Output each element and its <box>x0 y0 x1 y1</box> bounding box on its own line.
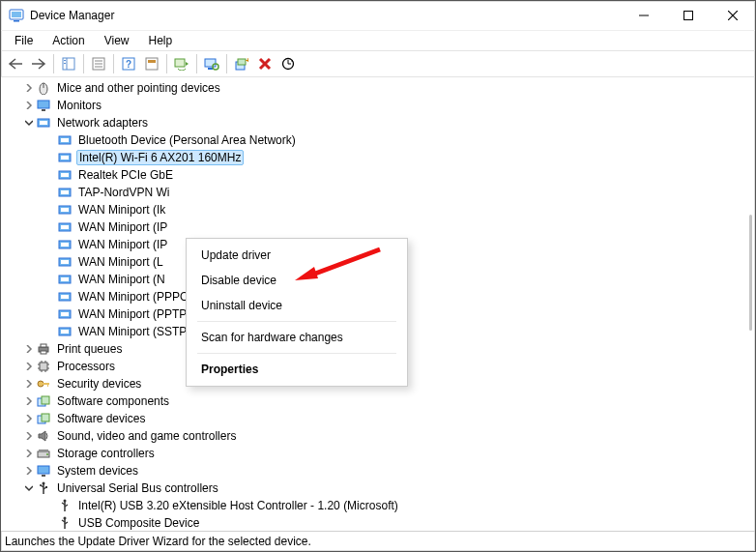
toolbar-btn-2[interactable] <box>140 52 163 75</box>
usb-icon <box>57 515 73 531</box>
menu-action[interactable]: Action <box>43 32 94 49</box>
tree-item-usb-composite[interactable]: USB Composite Device <box>9 514 738 531</box>
tree-item-sw-components[interactable]: Software components <box>9 392 738 410</box>
window-controls <box>622 1 755 30</box>
tree-label: USB Composite Device <box>76 516 201 530</box>
context-separator <box>197 321 396 322</box>
chevron-right-icon[interactable] <box>22 81 36 95</box>
tree-label: WAN Miniport (L <box>76 255 165 269</box>
tree-label: WAN Miniport (PPPOE) <box>76 290 202 304</box>
chevron-right-icon[interactable] <box>22 360 36 373</box>
svg-text:+: + <box>246 57 248 65</box>
svg-rect-34 <box>40 121 47 125</box>
toolbar-separator <box>83 54 84 73</box>
tree-item-intel-wifi[interactable]: Intel(R) Wi-Fi 6 AX201 160MHz <box>9 149 738 166</box>
tree-item-realtek[interactable]: Realtek PCIe GbE <box>9 166 738 184</box>
svg-rect-19 <box>175 59 185 67</box>
refresh-button[interactable] <box>276 52 300 75</box>
toolbar-separator <box>113 54 114 73</box>
monitor-icon <box>36 98 51 113</box>
scroll-thumb[interactable] <box>749 215 752 331</box>
svg-rect-79 <box>39 450 48 451</box>
software-components-icon <box>36 393 51 409</box>
chevron-right-icon[interactable] <box>22 447 36 460</box>
add-legacy-button[interactable]: + <box>230 52 253 75</box>
storage-icon <box>36 446 51 461</box>
chevron-right-icon[interactable] <box>22 464 36 478</box>
tree-item-usb-intel[interactable]: Intel(R) USB 3.20 eXtensible Host Contro… <box>9 497 738 514</box>
back-button[interactable] <box>4 52 27 75</box>
svg-rect-50 <box>61 260 69 264</box>
help-button[interactable]: ? <box>117 52 140 75</box>
context-properties[interactable]: Properties <box>189 357 404 382</box>
tree-label: WAN Miniport (PPTP) <box>76 307 192 321</box>
tree-label: System devices <box>55 464 140 478</box>
close-button[interactable] <box>711 1 755 30</box>
tree-item-sound[interactable]: Sound, video and game controllers <box>9 427 738 445</box>
chevron-right-icon[interactable] <box>22 342 36 356</box>
chevron-right-icon[interactable] <box>22 99 36 112</box>
svg-point-84 <box>43 482 45 485</box>
chevron-down-icon[interactable] <box>22 116 36 130</box>
tree-label: Bluetooth Device (Personal Area Network) <box>76 133 298 147</box>
tree-item-network-adapters[interactable]: Network adapters <box>9 114 738 131</box>
context-disable-device[interactable]: Disable device <box>189 268 404 293</box>
svg-rect-42 <box>61 190 69 194</box>
chevron-right-icon[interactable] <box>22 429 36 443</box>
forward-button[interactable] <box>27 52 50 75</box>
tree-label: WAN Miniport (N <box>76 273 167 286</box>
menu-view[interactable]: View <box>95 32 139 49</box>
menu-help[interactable]: Help <box>139 32 183 49</box>
network-adapter-icon <box>57 202 73 218</box>
tree-item-wan-ikev2[interactable]: WAN Miniport (Ik <box>9 201 738 218</box>
network-adapter-icon <box>57 167 73 183</box>
tree-item-mice[interactable]: Mice and other pointing devices <box>9 79 738 97</box>
tree-label: Network adapters <box>55 116 150 130</box>
tree-label: Software components <box>55 394 171 408</box>
tree-item-tap-nordvpn[interactable]: TAP-NordVPN Wi <box>9 184 738 201</box>
chevron-right-icon[interactable] <box>22 394 36 408</box>
context-uninstall-device[interactable]: Uninstall device <box>189 293 404 318</box>
menu-file[interactable]: File <box>5 32 43 49</box>
properties-button[interactable] <box>87 52 110 75</box>
tree-label: WAN Miniport (IP <box>76 220 169 234</box>
svg-rect-56 <box>61 312 69 316</box>
chevron-down-icon[interactable] <box>22 481 36 495</box>
tree-item-system[interactable]: System devices <box>9 462 738 479</box>
chevron-right-icon[interactable] <box>22 377 36 391</box>
tree-item-storage[interactable]: Storage controllers <box>9 445 738 462</box>
svg-rect-21 <box>208 68 213 70</box>
statusbar: Launches the Update Driver Wizard for th… <box>1 531 755 551</box>
network-adapter-icon <box>57 272 73 287</box>
svg-rect-58 <box>61 330 69 334</box>
tree-item-sw-devices[interactable]: Software devices <box>9 410 738 427</box>
tree-label: Sound, video and game controllers <box>55 429 238 443</box>
menubar: File Action View Help <box>1 30 755 50</box>
scan-hardware-button[interactable] <box>200 52 223 75</box>
toolbar: ? + <box>1 50 755 77</box>
tree-label: TAP-NordVPN Wi <box>76 186 171 199</box>
vertical-scrollbar[interactable] <box>739 79 754 529</box>
context-update-driver[interactable]: Update driver <box>189 243 404 268</box>
context-scan-hardware[interactable]: Scan for hardware changes <box>189 325 404 350</box>
network-adapter-icon <box>57 306 73 322</box>
tree-item-usb[interactable]: Universal Serial Bus controllers <box>9 479 738 497</box>
chevron-right-icon[interactable] <box>22 412 36 425</box>
update-driver-button[interactable] <box>170 52 193 75</box>
maximize-button[interactable] <box>666 1 711 30</box>
svg-rect-9 <box>64 60 66 61</box>
tree-label: WAN Miniport (Ik <box>76 203 167 217</box>
software-devices-icon <box>36 411 51 426</box>
tree-label: Security devices <box>55 377 143 391</box>
tree-item-wan-ip[interactable]: WAN Miniport (IP <box>9 218 738 236</box>
tree-label: Realtek PCIe GbE <box>76 168 175 182</box>
uninstall-button[interactable] <box>253 52 276 75</box>
tree-item-monitors[interactable]: Monitors <box>9 97 738 114</box>
tree-label: Universal Serial Bus controllers <box>55 481 220 495</box>
context-menu: Update driver Disable device Uninstall d… <box>186 238 408 387</box>
tree-label: Intel(R) Wi-Fi 6 AX201 160MHz <box>76 150 244 165</box>
tree-item-bluetooth-device[interactable]: Bluetooth Device (Personal Area Network) <box>9 131 738 149</box>
minimize-button[interactable] <box>622 1 666 30</box>
key-icon <box>36 376 51 392</box>
show-hide-console-button[interactable] <box>57 52 80 75</box>
